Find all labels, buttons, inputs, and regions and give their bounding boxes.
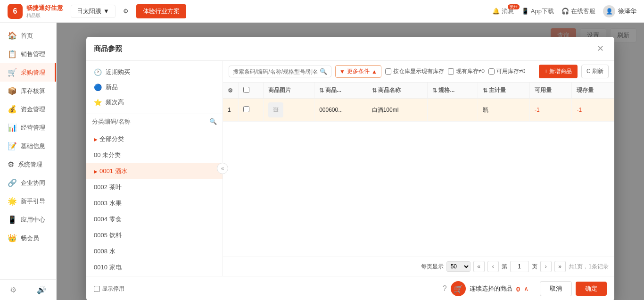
apps-icon: 📱: [8, 215, 17, 224]
category-drinks[interactable]: 0005 饮料: [86, 227, 223, 243]
filter-recent-purchase[interactable]: 🕐 近期购买: [86, 65, 223, 80]
category-fruit[interactable]: 0003 水果: [86, 195, 223, 211]
sidebar-item-operations[interactable]: 📊 经营管理: [0, 118, 56, 137]
col-unit: ⇅ 主计量: [478, 83, 530, 99]
sidebar-item-inventory[interactable]: 📦 库存核算: [0, 82, 56, 100]
filter-new-products[interactable]: 🔵 新品: [86, 80, 223, 95]
product-table-container: ⚙ 商品图片 ⇅ 商品...: [223, 83, 614, 257]
sidebar-item-sales[interactable]: 📋 销售管理: [0, 45, 56, 63]
recent-purchase-icon: 🕐: [94, 68, 102, 76]
sort-icon[interactable]: ⇅: [432, 87, 437, 94]
category-unclassified[interactable]: 00 未分类: [86, 147, 223, 163]
prev-page-button[interactable]: ‹: [487, 261, 499, 272]
category-all[interactable]: ▶ 全部分类: [86, 131, 223, 147]
chevron-down-icon: ▼: [103, 8, 109, 15]
trial-button[interactable]: 体验行业方案: [136, 4, 186, 18]
sidebar: 🏠 首页 📋 销售管理 🛒 采购管理 📦 库存核算 💰 资金管理 📊 经营管理 …: [0, 23, 57, 300]
sort-icon[interactable]: ⇅: [372, 87, 377, 94]
sidebar-item-label: 经营管理: [21, 124, 45, 132]
app-download-button[interactable]: 📱 App下载: [521, 7, 554, 16]
help-icon[interactable]: ?: [443, 284, 447, 293]
branch-dropdown[interactable]: 日太阳膜 ▼: [71, 5, 116, 18]
add-product-button[interactable]: + 新增商品: [539, 65, 578, 78]
category-search-input[interactable]: [92, 118, 207, 125]
confirm-button[interactable]: 确定: [576, 282, 607, 296]
sidebar-item-member[interactable]: 👑 畅会员: [0, 229, 56, 247]
messages-button[interactable]: 🔔 消息 99+: [492, 7, 514, 16]
new-product-icon: 🔵: [94, 83, 102, 91]
product-search-input[interactable]: [233, 68, 318, 75]
sidebar-item-label: 采购管理: [21, 68, 45, 77]
product-reference-modal: 商品参照 ✕ 🕐 近期购买 🔵: [86, 37, 614, 300]
last-page-button[interactable]: »: [554, 261, 566, 272]
modal-title: 商品参照: [94, 44, 122, 53]
sidebar-item-label: 新手引导: [21, 197, 45, 206]
finance-icon: 💰: [8, 105, 17, 114]
refresh-button[interactable]: C 刷新: [581, 65, 609, 78]
category-appliances[interactable]: 0010 家电: [86, 259, 223, 275]
category-tea[interactable]: 0002 茶叶: [86, 179, 223, 195]
table-body: 1 🖼: [223, 99, 614, 122]
sidebar-bottom: ⚙ 🔊: [0, 279, 56, 300]
sidebar-item-collab[interactable]: 🔗 企业协同: [0, 174, 56, 192]
online-service-button[interactable]: 🎧 在线客服: [561, 7, 595, 16]
sidebar-item-label: 企业协同: [21, 179, 45, 187]
sidebar-item-purchase[interactable]: 🛒 采购管理: [0, 63, 56, 82]
cart-collapse-button[interactable]: ∧: [524, 285, 528, 292]
user-menu[interactable]: 👤 徐泽华: [603, 5, 636, 17]
col-settings: ⚙: [223, 83, 238, 99]
col-available: 可用量: [530, 83, 572, 99]
sidebar-audio-icon[interactable]: 🔊: [37, 285, 46, 294]
system-icon: ⚙: [8, 160, 14, 169]
col-stock: 现存量: [572, 83, 614, 99]
show-disabled-checkbox[interactable]: 显示停用: [94, 285, 124, 293]
table-row[interactable]: 1 🖼: [223, 99, 614, 122]
col-checkbox: [238, 83, 263, 99]
panel-collapse-button[interactable]: «: [217, 163, 228, 174]
cell-code: 000600...: [314, 99, 367, 122]
sort-icon[interactable]: ⇅: [483, 87, 487, 94]
cell-num: 1: [223, 99, 238, 122]
stock-ne0-filter[interactable]: 现有库存≠0: [448, 67, 485, 75]
svg-text:🖼: 🖼: [273, 107, 279, 113]
cell-stock: -1: [572, 99, 614, 122]
logo-area: 6 畅捷通好生意 精品版: [8, 4, 63, 19]
col-spec: ⇅ 规格...: [428, 83, 478, 99]
sidebar-gear-icon[interactable]: ⚙: [10, 285, 17, 294]
logo-text: 畅捷通好生意 精品版: [26, 4, 63, 19]
filter-high-frequency[interactable]: ⭐ 频次高: [86, 95, 223, 110]
page-size-select[interactable]: 50 100 200: [446, 261, 471, 272]
sidebar-item-finance[interactable]: 💰 资金管理: [0, 100, 56, 118]
sidebar-item-basic-info[interactable]: 📝 基础信息: [0, 137, 56, 155]
category-liquor[interactable]: ▶ 0001 酒水: [86, 163, 223, 179]
category-snacks[interactable]: 0004 零食: [86, 211, 223, 227]
inventory-icon: 📦: [8, 86, 17, 95]
sort-icon[interactable]: ⇅: [319, 87, 324, 94]
left-panel: 🕐 近期购买 🔵 新品 ⭐ 频次高: [86, 61, 223, 276]
settings-icon[interactable]: ⚙: [119, 5, 132, 18]
search-icon[interactable]: 🔍: [320, 68, 327, 75]
sidebar-item-guide[interactable]: 🌟 新手引导: [0, 192, 56, 210]
sidebar-item-label: 库存核算: [21, 87, 45, 95]
page-content: 查询 设置 刷新 商品参照 ✕ 🕐: [57, 23, 644, 300]
page-number-input[interactable]: [510, 261, 529, 272]
sidebar-item-home[interactable]: 🏠 首页: [0, 26, 56, 45]
category-search-icon[interactable]: 🔍: [209, 118, 217, 125]
available-ne0-filter[interactable]: 可用库存≠0: [488, 67, 525, 75]
cell-unit: 瓶: [478, 99, 530, 122]
next-page-button[interactable]: ›: [540, 261, 552, 272]
modal-close-button[interactable]: ✕: [594, 42, 607, 55]
cancel-button[interactable]: 取消: [540, 281, 572, 296]
more-filters-button[interactable]: ▼ 更多条件 ▲: [335, 65, 381, 78]
collab-icon: 🔗: [8, 178, 17, 187]
cell-image: 🖼: [263, 99, 314, 122]
cart-button[interactable]: 🛒: [451, 281, 466, 296]
category-water[interactable]: 0008 水: [86, 243, 223, 259]
sidebar-item-apps[interactable]: 📱 应用中心: [0, 210, 56, 229]
sidebar-item-system[interactable]: ⚙ 系统管理: [0, 155, 56, 174]
sidebar-item-label: 应用中心: [21, 216, 45, 224]
first-page-button[interactable]: «: [473, 261, 485, 272]
avatar: 👤: [603, 5, 615, 17]
warehouse-stock-filter[interactable]: 按仓库显示现有库存: [385, 67, 444, 75]
category-tree: ▶ 全部分类 00 未分类 ▶ 0001 酒水 0002 茶: [86, 129, 223, 276]
